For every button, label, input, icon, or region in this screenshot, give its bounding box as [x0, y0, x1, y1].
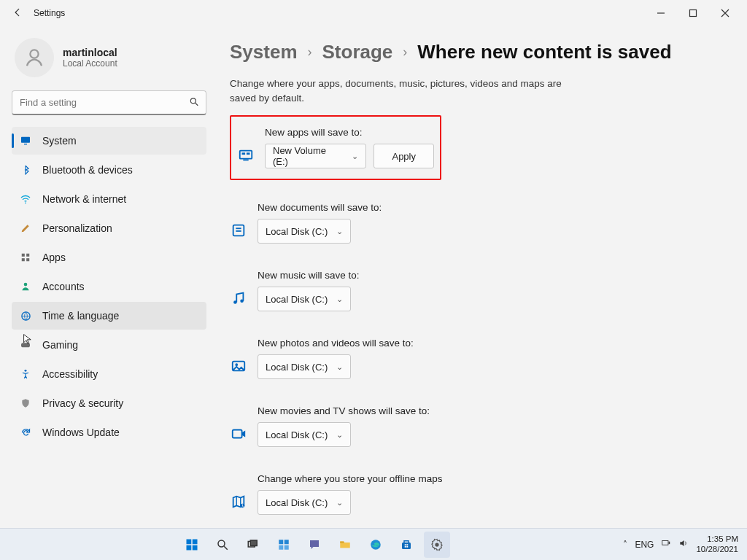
svg-point-2 — [30, 50, 38, 58]
breadcrumb-storage[interactable]: Storage — [322, 41, 393, 63]
svg-rect-30 — [193, 539, 198, 544]
sidebar-item-accessibility[interactable]: Accessibility — [12, 360, 206, 388]
tray-clock[interactable]: 1:35 PM 10/28/2021 — [696, 534, 738, 553]
chat-button[interactable] — [301, 532, 328, 558]
sidebar-item-system[interactable]: System — [12, 127, 206, 155]
system-tray[interactable]: ˄ ENG 1:35 PM 10/28/2021 — [623, 534, 741, 553]
close-button[interactable] — [709, 2, 741, 24]
sidebar-item-apps[interactable]: Apps — [12, 244, 206, 271]
maximize-button[interactable] — [677, 2, 709, 24]
sidebar-item-bluetooth[interactable]: Bluetooth & devices — [12, 156, 206, 184]
start-button[interactable] — [179, 532, 205, 558]
svg-rect-44 — [405, 544, 406, 545]
sidebar-item-update[interactable]: Windows Update — [12, 419, 206, 446]
group-music: New music will save to: Local Disk (C:) … — [230, 265, 718, 316]
music-location-select[interactable]: Local Disk (C:) ⌄ — [258, 287, 351, 311]
svg-point-48 — [436, 542, 439, 546]
sidebar-item-label: Personalization — [42, 222, 112, 234]
photos-location-select[interactable]: Local Disk (C:) ⌄ — [258, 354, 351, 379]
select-value: Local Disk (C:) — [266, 497, 328, 508]
tray-network-icon[interactable] — [661, 538, 671, 551]
svg-rect-29 — [187, 539, 192, 544]
svg-rect-18 — [247, 152, 250, 155]
tray-date: 10/28/2021 — [696, 545, 738, 554]
svg-point-23 — [233, 300, 237, 304]
select-value: Local Disk (C:) — [266, 429, 328, 440]
breadcrumb-system[interactable]: System — [230, 41, 298, 63]
svg-rect-22 — [236, 230, 241, 232]
gamepad-icon — [19, 338, 32, 351]
group-label: New photos and videos will save to: — [258, 338, 718, 349]
chevron-down-icon: ⌄ — [336, 430, 343, 440]
svg-line-4 — [196, 103, 198, 106]
nav: System Bluetooth & devices Network & int… — [12, 127, 206, 446]
tray-language[interactable]: ENG — [635, 540, 654, 550]
svg-point-26 — [235, 363, 238, 366]
sidebar-item-network[interactable]: Network & internet — [12, 185, 206, 213]
minimize-button[interactable] — [645, 2, 677, 24]
maps-location-select[interactable]: Local Disk (C:) ⌄ — [258, 490, 351, 515]
group-documents: New documents will save to: Local Disk (… — [230, 198, 718, 248]
page-description: Change where your apps, documents, music… — [230, 77, 565, 105]
file-explorer-button[interactable] — [332, 532, 358, 558]
sidebar-item-time-language[interactable]: Time & language — [12, 302, 206, 330]
sidebar-item-privacy[interactable]: Privacy & security — [12, 389, 206, 417]
tray-volume-icon[interactable] — [678, 538, 689, 551]
apply-button[interactable]: Apply — [374, 144, 434, 168]
chevron-right-icon: › — [308, 44, 312, 60]
account-name: martinlocal — [63, 47, 117, 58]
group-label: New documents will save to: — [258, 202, 718, 213]
brush-icon — [19, 222, 32, 235]
svg-rect-32 — [193, 545, 198, 550]
svg-rect-1 — [690, 10, 697, 17]
svg-rect-45 — [407, 544, 409, 545]
tray-chevron-icon[interactable]: ˄ — [623, 540, 627, 550]
shield-icon — [19, 397, 32, 410]
search-input[interactable] — [12, 90, 206, 115]
svg-rect-47 — [407, 545, 409, 547]
svg-point-7 — [25, 202, 26, 203]
store-button[interactable] — [393, 532, 419, 558]
svg-point-15 — [25, 370, 27, 372]
svg-rect-41 — [340, 541, 344, 542]
svg-rect-16 — [240, 151, 252, 159]
movies-location-select[interactable]: Local Disk (C:) ⌄ — [258, 422, 351, 447]
svg-point-33 — [218, 540, 225, 547]
select-value: Local Disk (C:) — [266, 362, 328, 373]
svg-rect-37 — [279, 540, 283, 544]
person-icon — [19, 280, 32, 293]
svg-rect-19 — [243, 160, 248, 161]
apps-location-select[interactable]: New Volume (E:) ⌄ — [265, 144, 366, 168]
select-value: Local Disk (C:) — [266, 226, 328, 237]
chevron-down-icon: ⌄ — [352, 152, 358, 161]
sidebar-item-personalization[interactable]: Personalization — [12, 214, 206, 242]
sidebar-item-label: Accounts — [42, 281, 85, 292]
settings-taskbar-button[interactable] — [424, 532, 450, 558]
account-type: Local Account — [63, 58, 117, 69]
search-icon — [189, 97, 199, 109]
account-block[interactable]: martinlocal Local Account — [12, 34, 206, 90]
sidebar-item-label: Accessibility — [42, 368, 98, 380]
documents-location-select[interactable]: Local Disk (C:) ⌄ — [258, 219, 351, 244]
sidebar-item-accounts[interactable]: Accounts — [12, 273, 206, 300]
bluetooth-icon — [19, 163, 32, 176]
search-box[interactable] — [12, 90, 206, 115]
group-movies: New movies and TV shows will save to: Lo… — [230, 401, 718, 451]
back-button[interactable] — [6, 7, 29, 20]
svg-point-24 — [240, 300, 244, 303]
task-view-button[interactable] — [240, 532, 266, 558]
svg-rect-49 — [662, 541, 668, 545]
taskbar-search-button[interactable] — [209, 532, 236, 558]
svg-rect-14 — [21, 343, 30, 347]
svg-rect-43 — [402, 542, 411, 549]
apps-icon — [19, 251, 32, 264]
window-title: Settings — [34, 8, 65, 18]
sidebar-item-label: Network & internet — [42, 193, 126, 205]
apps-location-icon — [237, 147, 255, 163]
svg-rect-21 — [236, 228, 241, 229]
select-value: Local Disk (C:) — [266, 294, 328, 305]
svg-rect-8 — [22, 254, 25, 257]
widgets-button[interactable] — [271, 532, 297, 558]
edge-button[interactable] — [363, 532, 389, 558]
sidebar-item-gaming[interactable]: Gaming — [12, 331, 206, 359]
